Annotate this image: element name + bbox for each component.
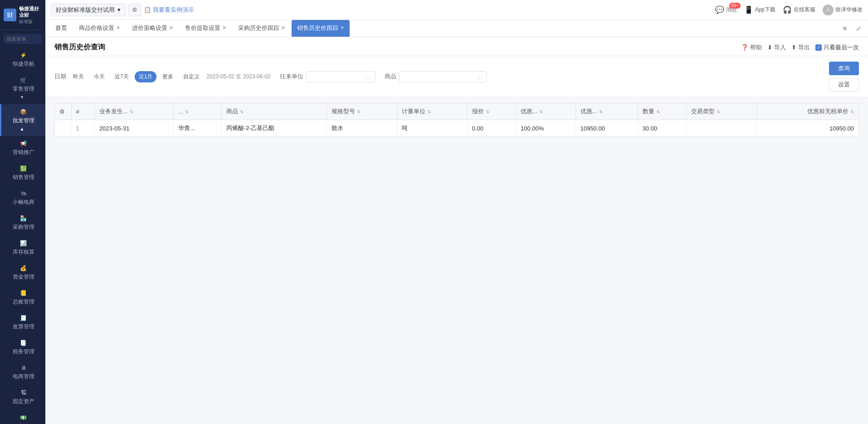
export-button[interactable]: ⬆ 导出 (791, 43, 810, 52)
sidebar-item-label: 库存核算 (13, 248, 34, 256)
sidebar-item-yingxiaotuiguang[interactable]: 📢 营销推广 (0, 136, 45, 161)
table-header-unit[interactable]: 计量单位 ⇅ (397, 103, 468, 120)
sort-icon: ⇅ (486, 109, 489, 114)
sidebar-item-label: 快捷导航 (13, 60, 34, 68)
source-unit-filter-group: 往来单位 ... (280, 71, 375, 82)
sidebar-item-caigouguanli[interactable]: 🏪 采购管理 (0, 211, 45, 236)
sidebar-search-item[interactable] (0, 30, 45, 48)
nav-icon: 📑 (20, 340, 27, 346)
date-btn-1month[interactable]: 近1月 (135, 71, 157, 82)
table-cell-discount2: 10950.00 (575, 120, 638, 137)
table-header-gear[interactable]: ⚙ (55, 103, 71, 120)
import-button[interactable]: ⬇ 导入 (767, 43, 786, 52)
help-button[interactable]: ❓ 帮助 (741, 43, 762, 52)
tab-product-price[interactable]: 商品价格设置 ✕ (73, 20, 126, 37)
messages-button[interactable]: 💬 99+ 消息 (715, 5, 737, 14)
sidebar-item-xiaoshouguanli[interactable]: 💹 销售管理 (0, 161, 45, 186)
sidebar-item-label: 资金管理 (13, 273, 34, 281)
close-icon[interactable]: ✕ (340, 25, 344, 31)
sidebar-item-label: 营销推广 (13, 149, 34, 156)
close-icon[interactable]: ✕ (116, 25, 120, 31)
product-more-button[interactable]: ... (478, 73, 483, 80)
app-subtitle: 标准版 (19, 19, 42, 24)
module-settings-button[interactable]: ⚙ (128, 4, 141, 16)
close-icon[interactable]: ✕ (281, 25, 285, 31)
date-range-display: 2023-05-02 至 2023-06-02 (206, 73, 270, 81)
table-area: ⚙ # 业务发生... ⇅ ... (45, 97, 868, 424)
online-service-icon: 🎧 (783, 5, 792, 14)
source-unit-more-button[interactable]: ... (366, 73, 371, 80)
sidebar-item-label: 发票管理 (13, 323, 34, 331)
sidebar-item-lingshiguanli[interactable]: 🛒 零售管理 ▼ (0, 72, 45, 104)
import-icon: ⬇ (767, 44, 772, 51)
tab-label: 销售历史价跟踪 (297, 24, 338, 32)
search-input[interactable] (4, 34, 42, 44)
table-header-discount1[interactable]: 优惠... ⇅ (516, 103, 576, 120)
sort-icon: ⇅ (850, 109, 854, 114)
table-header-spec[interactable]: 规格型号 ⇅ (327, 103, 397, 120)
table-header-discount2[interactable]: 优惠... ⇅ (575, 103, 638, 120)
table-cell-gear (55, 120, 71, 137)
app-download-button[interactable]: 📱 App下载 (744, 5, 775, 14)
table-header-no: # (71, 103, 94, 120)
export-icon: ⬆ (791, 44, 796, 51)
tab-purchase-strategy[interactable]: 进价策略设置 ✕ (127, 20, 179, 37)
only-last-checkbox[interactable]: ✓ 只看最后一次 (815, 43, 859, 52)
table-cell-product: 丙烯酸-2-乙基己酯 (221, 120, 327, 137)
table-header-product[interactable]: 商品 ⇅ (221, 103, 327, 120)
table-header-pretax[interactable]: 优惠前无税单价 ⇅ (756, 103, 858, 120)
table-row[interactable]: 1 2023-05-31 华查... 丙烯酸-2-乙基己酯 散水 吨 0.00 … (55, 120, 858, 137)
table-header-price[interactable]: 报价 ⇅ (467, 103, 516, 120)
sidebar-item-pifaguanli[interactable]: 📦 批发管理 ▲ (0, 104, 45, 136)
date-btn-yesterday[interactable]: 昨天 (69, 71, 88, 82)
demo-label: 我要看实例演示 (153, 6, 194, 14)
table-header-trade-type[interactable]: 交易类型 ⇅ (686, 103, 756, 120)
tab-home[interactable]: 首页 (50, 20, 73, 37)
date-options: 昨天 今天 近7天 近1月 更多 自定义 (69, 71, 204, 82)
product-input[interactable] (403, 73, 476, 80)
date-btn-custom[interactable]: 自定义 (179, 71, 204, 82)
tab-sales-history[interactable]: 销售历史价跟踪 ✕ (292, 20, 350, 37)
sidebar-item-xiaochangdianshang[interactable]: 🛍 小畅电商 (0, 186, 45, 211)
date-btn-more[interactable]: 更多 (158, 71, 177, 82)
table-header-more[interactable]: ... ⇅ (174, 103, 221, 120)
message-badge: 99+ (729, 3, 741, 9)
tabs-bar: 首页 商品价格设置 ✕ 进价策略设置 ✕ 售价提取设置 ✕ 采购历史价跟踪 ✕ … (45, 20, 868, 37)
close-icon[interactable]: ✕ (169, 25, 173, 31)
table-cell-date: 2023-05-31 (94, 120, 173, 137)
tab-purchase-history[interactable]: 采购历史价跟踪 ✕ (233, 20, 291, 37)
sidebar-item-zongzhangguanli[interactable]: 📒 总账管理 (0, 285, 45, 310)
demo-icon: 📋 (144, 6, 151, 13)
tab-sale-price-extract[interactable]: 售价提取设置 ✕ (180, 20, 232, 37)
product-label: 商品 (385, 72, 396, 81)
table-header-qty[interactable]: 数量 ⇅ (638, 103, 686, 120)
sidebar-item-shuiwuguanli[interactable]: 📑 税务管理 (0, 335, 45, 360)
sidebar-item-zijinguanli[interactable]: 💰 资金管理 (0, 260, 45, 285)
date-btn-7days[interactable]: 近7天 (111, 71, 133, 82)
table-header-date[interactable]: 业务发生... ⇅ (94, 103, 173, 120)
close-icon[interactable]: ✕ (222, 25, 226, 31)
nav-icon: 🏗 (21, 390, 26, 396)
sort-icon: ⇅ (539, 109, 543, 114)
demo-button[interactable]: 📋 我要看实例演示 (144, 6, 194, 14)
sidebar-item-kucunhesuan[interactable]: 📊 库存核算 (0, 236, 45, 260)
sidebar-item-dianshangguanli[interactable]: 🖥 电商管理 (0, 360, 45, 385)
settings-button[interactable]: 设置 (829, 78, 859, 92)
online-service-button[interactable]: 🎧 在线客服 (783, 5, 815, 14)
nav-icon: 📒 (20, 290, 27, 296)
tab-label: 商品价格设置 (79, 24, 114, 32)
sidebar-item-label: 销售管理 (13, 173, 34, 181)
user-profile-button[interactable]: 人 徐泽华修改 (823, 5, 863, 15)
module-selector[interactable]: 好业财标准版交付试用 ▾ (51, 4, 126, 16)
maximize-window-button[interactable]: ⤢ (853, 24, 863, 34)
sidebar-item-gudingzichan[interactable]: 🏗 固定资产 (0, 385, 45, 410)
sidebar-item-kuaijiedaohang[interactable]: ⚡ 快捷导航 (0, 48, 45, 72)
nav-icon: 💵 (20, 414, 27, 421)
data-table: ⚙ # 业务发生... ⇅ ... (54, 103, 859, 137)
source-unit-input[interactable] (310, 73, 365, 80)
date-btn-today[interactable]: 今天 (90, 71, 109, 82)
query-button[interactable]: 查询 (829, 62, 859, 75)
sidebar-item-fapiaoguanli[interactable]: 🧾 发票管理 (0, 310, 45, 335)
close-window-button[interactable]: ✕ (840, 24, 850, 34)
sidebar-item-gongzi[interactable]: 💵 工资 (0, 410, 45, 424)
